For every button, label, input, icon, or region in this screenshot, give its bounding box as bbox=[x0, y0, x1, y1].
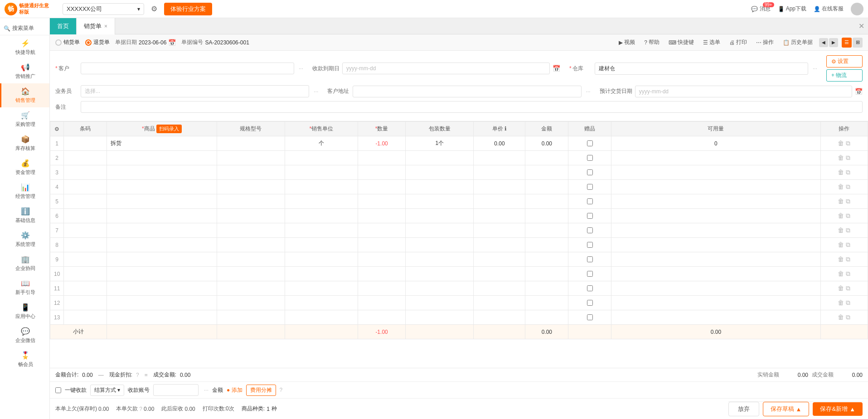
cell-product[interactable] bbox=[107, 296, 217, 310]
expected-date-calendar-icon[interactable]: 📅 bbox=[855, 88, 863, 95]
help-button[interactable]: ? 帮助 bbox=[641, 37, 662, 48]
cell-unit-price[interactable] bbox=[474, 165, 525, 180]
delete-icon[interactable]: 🗑 bbox=[838, 154, 844, 162]
cell-gift[interactable] bbox=[568, 151, 611, 165]
cell-spec[interactable] bbox=[217, 194, 285, 209]
doc-type-sales-radio[interactable]: 销货单 bbox=[55, 39, 80, 46]
cell-barcode[interactable] bbox=[64, 281, 107, 296]
tab-home[interactable]: 首页 bbox=[50, 18, 77, 34]
expected-date-input[interactable]: yyyy-mm-dd bbox=[635, 86, 852, 97]
cell-qty[interactable] bbox=[358, 252, 406, 267]
cell-unit[interactable] bbox=[285, 310, 358, 325]
cell-product[interactable] bbox=[107, 238, 217, 252]
delete-icon[interactable]: 🗑 bbox=[838, 270, 844, 278]
gift-checkbox[interactable] bbox=[587, 198, 593, 204]
customer-addr-input[interactable] bbox=[353, 86, 581, 97]
cell-barcode[interactable] bbox=[64, 151, 107, 165]
copy-icon[interactable]: ⧉ bbox=[846, 299, 850, 307]
cell-unit[interactable] bbox=[285, 252, 358, 267]
cell-gift[interactable] bbox=[568, 136, 611, 151]
cell-product[interactable] bbox=[107, 151, 217, 165]
cell-amount[interactable] bbox=[525, 165, 568, 180]
account-input[interactable] bbox=[153, 384, 199, 396]
delete-icon[interactable]: 🗑 bbox=[838, 284, 844, 292]
gift-checkbox[interactable] bbox=[587, 314, 593, 320]
cell-spec[interactable] bbox=[217, 252, 285, 267]
cell-gift[interactable] bbox=[568, 165, 611, 180]
cell-amount[interactable] bbox=[525, 267, 568, 281]
delete-icon[interactable]: 🗑 bbox=[838, 226, 844, 234]
cell-qty[interactable] bbox=[358, 267, 406, 281]
cell-unit-price[interactable] bbox=[474, 281, 525, 296]
cell-barcode[interactable] bbox=[64, 223, 107, 238]
cell-spec[interactable] bbox=[217, 136, 285, 151]
sidebar-item-guide[interactable]: 📖 新手引导 bbox=[0, 275, 49, 299]
cell-pkg-qty[interactable] bbox=[406, 151, 474, 165]
copy-icon[interactable]: ⧉ bbox=[846, 284, 850, 292]
delete-icon[interactable]: 🗑 bbox=[838, 299, 844, 307]
discount-help-icon[interactable]: ? bbox=[136, 372, 139, 378]
cell-spec[interactable] bbox=[217, 281, 285, 296]
sidebar-item-enterprise[interactable]: 🏢 企业协同 bbox=[0, 251, 49, 275]
calc-method-select[interactable]: 结算方式 ▾ bbox=[90, 385, 124, 396]
salesperson-input[interactable]: 选择... bbox=[81, 85, 309, 97]
delete-icon[interactable]: 🗑 bbox=[838, 140, 844, 147]
cell-product[interactable] bbox=[107, 310, 217, 325]
copy-icon[interactable]: ⧉ bbox=[846, 212, 850, 220]
cell-unit-price[interactable] bbox=[474, 238, 525, 252]
customer-more-icon[interactable]: ··· bbox=[299, 65, 303, 72]
message-button[interactable]: 💬 消息 99+ bbox=[751, 5, 771, 13]
cell-unit[interactable] bbox=[285, 165, 358, 180]
addr-more-icon[interactable]: ··· bbox=[586, 88, 591, 95]
cell-unit[interactable] bbox=[285, 281, 358, 296]
settings-icon-btn[interactable]: ⚙ bbox=[148, 3, 160, 15]
cell-product[interactable] bbox=[107, 267, 217, 281]
cell-amount[interactable] bbox=[525, 194, 568, 209]
gift-checkbox[interactable] bbox=[587, 242, 593, 248]
due-date-input[interactable]: yyyy-mm-dd bbox=[342, 63, 550, 74]
cell-pkg-qty[interactable] bbox=[406, 209, 474, 223]
cell-barcode[interactable] bbox=[64, 136, 107, 151]
tab-close-icon[interactable]: × bbox=[104, 23, 107, 29]
copy-icon[interactable]: ⧉ bbox=[846, 140, 850, 147]
cell-spec[interactable] bbox=[217, 238, 285, 252]
print-button[interactable]: 🖨 打印 bbox=[727, 37, 750, 48]
copy-icon[interactable]: ⧉ bbox=[846, 241, 850, 249]
select-order-button[interactable]: ☰ 选单 bbox=[700, 37, 723, 48]
delete-icon[interactable]: 🗑 bbox=[838, 183, 844, 191]
sidebar-item-sales[interactable]: 🏠 销售管理 bbox=[0, 83, 49, 107]
cell-spec[interactable] bbox=[217, 165, 285, 180]
cell-unit-price[interactable] bbox=[474, 223, 525, 238]
gift-checkbox[interactable] bbox=[587, 155, 593, 161]
cell-product[interactable]: 拆货 bbox=[107, 136, 217, 151]
window-close-icon[interactable]: ✕ bbox=[858, 22, 864, 30]
sidebar-item-finance[interactable]: 💰 资金管理 bbox=[0, 155, 49, 179]
delete-icon[interactable]: 🗑 bbox=[838, 197, 844, 205]
cell-unit-price[interactable]: 0.00 bbox=[474, 136, 525, 151]
cell-unit-price[interactable] bbox=[474, 151, 525, 165]
cell-amount[interactable] bbox=[525, 151, 568, 165]
gift-checkbox[interactable] bbox=[587, 140, 593, 146]
th-settings[interactable]: ⚙ bbox=[50, 122, 64, 136]
product-kind-item[interactable]: 商品种类: 1 种 bbox=[242, 405, 277, 413]
gift-checkbox[interactable] bbox=[587, 300, 593, 306]
cell-unit-price[interactable] bbox=[474, 267, 525, 281]
expense-split-button[interactable]: 费用分摊 bbox=[246, 385, 276, 396]
cell-amount[interactable] bbox=[525, 180, 568, 194]
cell-pkg-qty[interactable]: 1个 bbox=[406, 136, 474, 151]
cell-gift[interactable] bbox=[568, 296, 611, 310]
sidebar-item-system[interactable]: ⚙️ 系统管理 bbox=[0, 227, 49, 251]
warehouse-more-icon[interactable]: ··· bbox=[813, 65, 817, 72]
cell-gift[interactable] bbox=[568, 252, 611, 267]
form-settings-button[interactable]: ⚙ 设置 bbox=[826, 55, 863, 67]
cell-spec[interactable] bbox=[217, 223, 285, 238]
cell-unit[interactable] bbox=[285, 194, 358, 209]
cell-unit[interactable] bbox=[285, 296, 358, 310]
delete-icon[interactable]: 🗑 bbox=[838, 241, 844, 249]
cell-product[interactable] bbox=[107, 281, 217, 296]
warehouse-input[interactable]: 建材仓 bbox=[595, 63, 808, 75]
app-download-button[interactable]: 📱 App下载 bbox=[778, 5, 806, 13]
cell-gift[interactable] bbox=[568, 267, 611, 281]
cell-pkg-qty[interactable] bbox=[406, 267, 474, 281]
copy-icon[interactable]: ⧉ bbox=[846, 313, 850, 321]
